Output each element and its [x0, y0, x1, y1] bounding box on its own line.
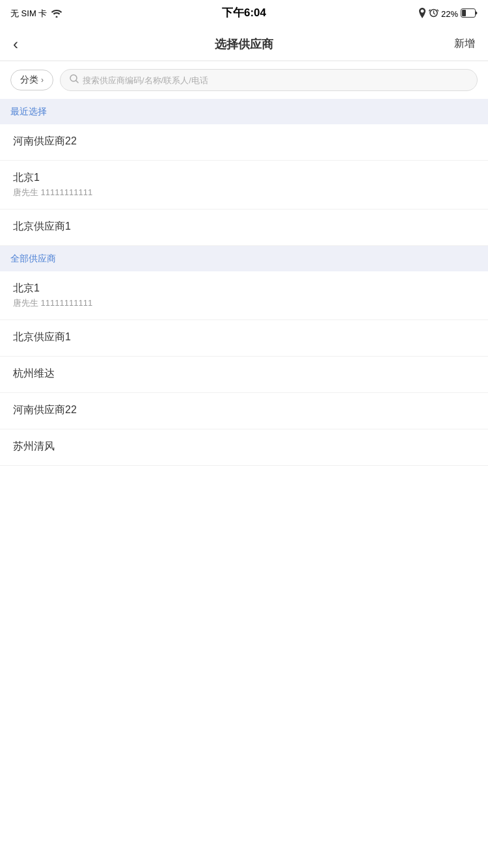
- filter-bar: 分类 ›: [0, 61, 488, 99]
- battery-icon: [461, 8, 478, 20]
- item-name: 北京供应商1: [13, 331, 475, 344]
- nav-bar: ‹ 选择供应商 新增: [0, 27, 488, 61]
- search-input[interactable]: [83, 75, 468, 85]
- status-bar: 无 SIM 卡 下午6:04 22%: [0, 0, 488, 27]
- item-name: 北京供应商1: [13, 220, 475, 234]
- item-name: 河南供应商22: [13, 403, 475, 417]
- status-time: 下午6:04: [222, 5, 266, 20]
- back-button[interactable]: ‹: [13, 33, 23, 56]
- alarm-icon: [429, 8, 439, 20]
- recent-section-header: 最近选择: [0, 99, 488, 124]
- chevron-right-icon: ›: [41, 75, 44, 85]
- list-item[interactable]: 北京1唐先生 11111111111: [0, 271, 488, 320]
- location-icon: [418, 8, 426, 20]
- page-title: 选择供应商: [215, 36, 273, 52]
- item-name: 杭州维达: [13, 367, 475, 381]
- item-name: 苏州清风: [13, 440, 475, 454]
- category-label: 分类: [20, 74, 38, 86]
- add-button[interactable]: 新增: [454, 37, 475, 51]
- carrier-label: 无 SIM 卡: [10, 8, 47, 20]
- item-detail: 唐先生 11111111111: [13, 187, 475, 198]
- category-button[interactable]: 分类 ›: [10, 70, 53, 90]
- list-item[interactable]: 北京1唐先生 11111111111: [0, 161, 488, 210]
- recent-section-label: 最近选择: [10, 106, 47, 116]
- list-item[interactable]: 河南供应商22: [0, 393, 488, 429]
- list-item[interactable]: 河南供应商22: [0, 124, 488, 161]
- all-section-label: 全部供应商: [10, 253, 56, 264]
- item-name: 河南供应商22: [13, 135, 475, 148]
- item-name: 北京1: [13, 171, 475, 185]
- search-icon: [70, 74, 79, 86]
- list-item[interactable]: 苏州清风: [0, 429, 488, 466]
- item-detail: 唐先生 11111111111: [13, 297, 475, 309]
- battery-percentage: 22%: [441, 9, 458, 19]
- item-name: 北京1: [13, 282, 475, 295]
- all-list: 北京1唐先生 11111111111北京供应商1杭州维达河南供应商22苏州清风: [0, 271, 488, 466]
- status-left: 无 SIM 卡: [10, 8, 62, 20]
- search-box: [60, 69, 478, 91]
- recent-list: 河南供应商22北京1唐先生 11111111111北京供应商1: [0, 124, 488, 246]
- all-section-header: 全部供应商: [0, 246, 488, 271]
- list-item[interactable]: 北京供应商1: [0, 320, 488, 357]
- svg-rect-2: [462, 10, 466, 16]
- list-item[interactable]: 杭州维达: [0, 357, 488, 393]
- list-item[interactable]: 北京供应商1: [0, 210, 488, 246]
- wifi-icon: [51, 8, 62, 20]
- status-right: 22%: [418, 8, 478, 20]
